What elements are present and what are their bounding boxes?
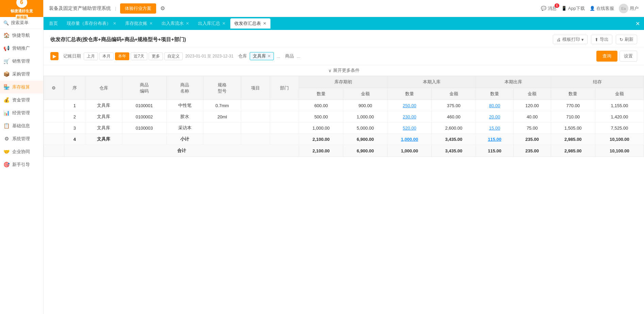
tab-flow[interactable]: 出入库流水 ✕: [158, 18, 193, 29]
cell-out-qty[interactable]: 15.00: [476, 122, 513, 134]
date-7days[interactable]: 近7天: [131, 52, 147, 60]
purchase-icon: 📦: [3, 71, 10, 77]
cell-bal-qty: 1,505.00: [551, 122, 595, 134]
col-open-qty: 数量: [299, 88, 343, 100]
cell-out-amt: 75.00: [513, 122, 551, 134]
cell-settings: [44, 122, 64, 134]
cell-bal-qty: 710.00: [551, 111, 595, 122]
cell-out-qty[interactable]: 115.00: [476, 134, 513, 145]
export-button[interactable]: ⬆ 导出: [591, 35, 612, 44]
sidebar-item-purchase[interactable]: 📦 采购管理: [0, 68, 43, 81]
warehouse-tag-close[interactable]: ✕: [267, 54, 271, 59]
goods-more[interactable]: ...: [297, 54, 300, 59]
setting-button[interactable]: 设置: [620, 51, 637, 62]
sidebar-item-label: 营销推广: [12, 45, 30, 51]
cell-out-qty[interactable]: 80.00: [476, 100, 513, 111]
cell-spec: 20ml: [203, 111, 241, 122]
table-row: 3 文具库 0100003 采访本 1,000.00 5,000.00 520.…: [44, 122, 644, 134]
messages-button[interactable]: 💬 消息 6: [541, 5, 557, 12]
footer-in-amt: 3,435.00: [432, 145, 476, 157]
footer-out-qty: 115.00: [476, 145, 513, 157]
footer-total-row: 合计 2,100.00 6,900.00 1,000.00 3,435.00 1…: [44, 145, 644, 157]
cell-spec: [203, 134, 241, 145]
footer-settings: [44, 145, 64, 157]
cell-bal-amt: 1,155.00: [595, 100, 644, 111]
date-this-year[interactable]: 本年: [115, 52, 129, 60]
refresh-button[interactable]: ↻ 刷新: [616, 35, 637, 44]
col-settings-header[interactable]: ⚙: [44, 76, 64, 100]
online-service-button[interactable]: 👤 在线客服: [590, 5, 614, 12]
experience-button[interactable]: 体验行业方案: [120, 3, 156, 14]
sidebar-item-finance[interactable]: 💰 资金管理: [0, 94, 43, 106]
cell-in-qty[interactable]: 230.00: [387, 111, 432, 122]
tab-batch[interactable]: 库存批次账 ✕: [121, 18, 157, 29]
sidebar-item-marketing[interactable]: 📢 营销推广: [0, 42, 43, 55]
col-project-header: 项目: [241, 76, 270, 100]
cell-in-qty[interactable]: 520.00: [387, 122, 432, 134]
tab-flow-close[interactable]: ✕: [186, 21, 189, 26]
col-opening-header: 库存期初: [299, 76, 387, 88]
col-open-amt: 金额: [343, 88, 387, 100]
warehouse-more[interactable]: ...: [277, 54, 280, 59]
sidebar-item-sales[interactable]: 🛒 销售管理: [0, 55, 43, 68]
tab-collect-close[interactable]: ✕: [263, 21, 266, 26]
expand-icon: ∨: [328, 68, 332, 73]
download-icon: 📱: [561, 6, 567, 11]
date-this-month[interactable]: 本月: [99, 52, 114, 60]
table-settings-icon[interactable]: ⚙: [52, 85, 56, 90]
footer-open-amt: 6,900.00: [343, 145, 387, 157]
col-balance-header: 结存: [551, 76, 644, 88]
footer-label: 合计: [64, 145, 299, 157]
sidebar-item-cooperation[interactable]: 🤝 企业协同: [0, 145, 43, 158]
cell-open-amt: 6,900.00: [343, 134, 387, 145]
filter-bar: ▶ 记账日期 上月 本月 本年 近7天 更多 自定义 2023-01-01 至 …: [44, 47, 644, 65]
cell-in-qty[interactable]: 1,000.00: [387, 134, 432, 145]
template-print-button[interactable]: 🖨 模板打印 ▾: [553, 35, 588, 44]
search-icon: 🔍: [3, 20, 9, 26]
tab-home[interactable]: 首页: [45, 18, 62, 29]
tab-bar-close[interactable]: ✕: [633, 19, 643, 28]
sidebar-item-inventory[interactable]: 🏪 库存核算: [0, 81, 43, 94]
cell-project: [241, 100, 270, 111]
tab-stock-dist[interactable]: 现存量（库存分布表） ✕: [63, 18, 120, 29]
sidebar-item-guide[interactable]: 🎯 新手引导: [0, 158, 43, 171]
cell-open-amt: 1,000.00: [343, 111, 387, 122]
tab-summary-close[interactable]: ✕: [222, 21, 226, 26]
tab-summary[interactable]: 出入库汇总 ✕: [194, 18, 230, 29]
date-filter-group: 记账日期 上月 本月 本年 近7天 更多 自定义 2023-01-01 至 20…: [63, 52, 233, 60]
cell-no: 2: [64, 111, 85, 122]
sidebar-item-quick-nav[interactable]: 🏠 快捷导航: [0, 29, 43, 42]
sidebar-logo: 6 畅捷通好生意 标准版: [0, 0, 43, 17]
cell-in-qty[interactable]: 250.00: [387, 100, 432, 111]
date-more[interactable]: 更多: [149, 52, 163, 60]
warehouse-tag[interactable]: 文具库 ✕: [250, 52, 274, 60]
sidebar-item-business[interactable]: 📊 经营管理: [0, 106, 43, 119]
warehouse-filter-group: 仓库 文具库 ✕ ...: [238, 52, 280, 60]
expand-bar[interactable]: ∨ 展开更多条件: [44, 65, 644, 76]
tab-summary-label: 出入库汇总: [198, 20, 220, 27]
marketing-icon: 📢: [3, 45, 10, 51]
sidebar-item-label: 库存核算: [12, 84, 30, 90]
header-icons: 💬 消息 6 📱 App下载 👤 在线客服 Ea 用户: [541, 4, 639, 13]
tab-collect[interactable]: 收发存汇总表 ✕: [230, 18, 270, 29]
user-area[interactable]: Ea 用户: [619, 4, 639, 13]
sidebar-item-base-info[interactable]: 📋 基础信息: [0, 119, 43, 132]
settings-gear-icon[interactable]: ⚙: [160, 5, 165, 12]
cell-goods: 胶水: [166, 111, 203, 122]
date-custom[interactable]: 自定义: [164, 52, 183, 60]
query-button[interactable]: 查询: [596, 51, 617, 62]
tab-stock-dist-close[interactable]: ✕: [113, 21, 116, 26]
sidebar-item-label: 采购管理: [12, 71, 30, 77]
sidebar-search[interactable]: 🔍 搜索菜单: [0, 17, 43, 29]
filter-toggle[interactable]: ▶: [50, 52, 59, 60]
footer-open-qty: 2,100.00: [299, 145, 343, 157]
sidebar-item-system[interactable]: ⚙ 系统管理: [0, 132, 43, 145]
app-download-button[interactable]: 📱 App下载: [561, 5, 585, 12]
base-info-icon: 📋: [3, 123, 10, 129]
cell-warehouse: 文具库: [85, 111, 122, 122]
cell-settings: [44, 134, 64, 145]
date-last-month[interactable]: 上月: [84, 52, 98, 60]
cell-settings: [44, 111, 64, 122]
tab-batch-close[interactable]: ✕: [149, 21, 153, 26]
cell-out-qty[interactable]: 20.00: [476, 111, 513, 122]
